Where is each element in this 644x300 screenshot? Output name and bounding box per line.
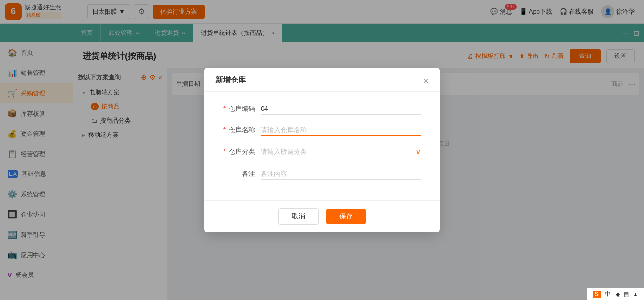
- category-dropdown-icon: ∨: [415, 147, 421, 156]
- status-diamond-icon: ◆: [616, 291, 620, 298]
- modal-close-button[interactable]: ×: [423, 76, 429, 85]
- status-zh: 中·: [605, 290, 612, 298]
- form-row-category: * 仓库分类 请输入所属分类 ∨: [223, 145, 421, 158]
- modal-body: * 仓库编码 * 仓库名称 * 仓库分类 请输入所属: [204, 92, 440, 200]
- code-input[interactable]: [261, 103, 421, 115]
- cancel-button[interactable]: 取消: [278, 208, 319, 225]
- form-row-code: * 仓库编码: [223, 103, 421, 115]
- note-input[interactable]: [261, 168, 421, 180]
- form-row-note: 备注: [223, 168, 421, 180]
- category-select[interactable]: 请输入所属分类 ∨: [261, 145, 421, 158]
- category-label-text: 仓库分类: [229, 148, 255, 155]
- status-triangle-icon: ▲: [633, 291, 638, 298]
- modal-header: 新增仓库 ×: [204, 68, 440, 92]
- form-row-name: * 仓库名称: [223, 124, 421, 136]
- category-label: * 仓库分类: [223, 148, 261, 156]
- required-star-code: *: [223, 105, 226, 112]
- name-input[interactable]: [261, 124, 421, 136]
- required-star-name: *: [223, 126, 226, 133]
- status-s-icon: S: [593, 291, 601, 298]
- status-table-icon: ▤: [624, 291, 629, 298]
- new-warehouse-modal: 新增仓库 × * 仓库编码 * 仓库名称: [204, 68, 440, 232]
- modal-title: 新增仓库: [215, 75, 246, 85]
- modal-footer: 取消 保存: [204, 200, 440, 232]
- modal-overlay: 新增仓库 × * 仓库编码 * 仓库名称: [0, 0, 644, 300]
- required-star-category: *: [223, 148, 226, 155]
- name-label: * 仓库名称: [223, 126, 261, 134]
- status-bar: S 中· ◆ ▤ ▲: [587, 288, 644, 300]
- code-label-text: 仓库编码: [229, 105, 255, 112]
- name-label-text: 仓库名称: [229, 126, 255, 133]
- category-placeholder: 请输入所属分类: [261, 148, 307, 156]
- save-button[interactable]: 保存: [326, 209, 366, 224]
- note-label: 备注: [223, 170, 261, 178]
- note-label-text: 备注: [242, 170, 255, 177]
- code-label: * 仓库编码: [223, 105, 261, 113]
